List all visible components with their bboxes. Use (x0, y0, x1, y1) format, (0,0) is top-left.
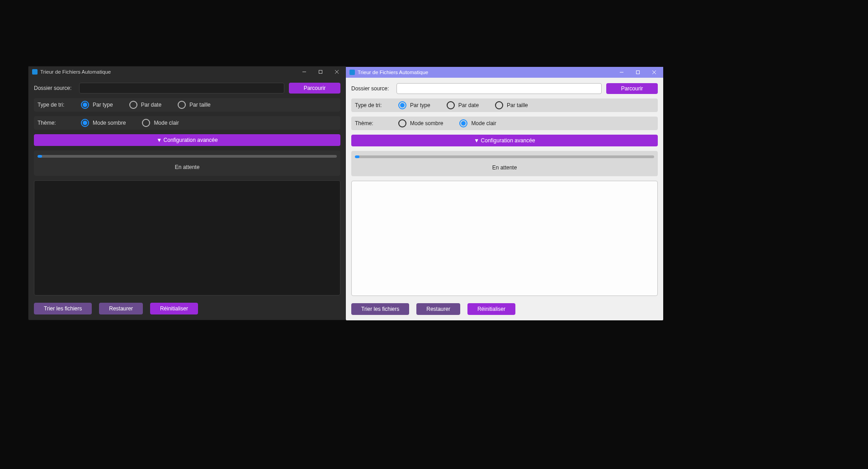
advanced-config-button[interactable]: ▼ Configuration avancée (34, 134, 340, 146)
restore-button[interactable]: Restaurer (416, 303, 460, 315)
sort-type-block: Type de tri: Par type Par date Par taill… (351, 98, 658, 112)
theme-label: Thème: (355, 120, 392, 127)
minimize-icon (619, 70, 624, 75)
radio-sort-date[interactable]: Par date (447, 101, 479, 109)
app-icon (349, 70, 355, 75)
source-label: Dossier source: (34, 85, 75, 91)
radio-icon (142, 119, 150, 127)
radio-sort-size[interactable]: Par taille (178, 101, 211, 109)
sort-label: Type de tri: (355, 102, 392, 108)
window-title: Trieur de Fichiers Automatique (40, 69, 111, 75)
sort-label: Type de tri: (38, 102, 75, 108)
titlebar[interactable]: Trieur de Fichiers Automatique (346, 67, 663, 78)
window-title: Trieur de Fichiers Automatique (358, 70, 428, 75)
radio-icon (398, 101, 406, 109)
advanced-config-button[interactable]: ▼ Configuration avancée (351, 135, 658, 146)
theme-block: Thème: Mode sombre Mode clair (34, 116, 340, 130)
radio-theme-light[interactable]: Mode clair (142, 119, 179, 127)
log-area[interactable] (351, 181, 658, 296)
progress-fill (355, 155, 359, 158)
svg-rect-5 (637, 71, 640, 74)
close-button[interactable] (329, 66, 345, 77)
progress-block: En attente (351, 151, 658, 176)
log-area[interactable] (34, 180, 340, 295)
progress-bar (38, 155, 337, 158)
sort-files-button[interactable]: Trier les fichiers (34, 303, 92, 314)
radio-icon (81, 119, 89, 127)
minimize-icon (302, 70, 307, 74)
maximize-button[interactable] (630, 67, 646, 78)
sort-radio-group: Par type Par date Par taille (75, 101, 211, 109)
radio-icon (398, 119, 406, 127)
theme-radio-group: Mode sombre Mode clair (392, 119, 496, 127)
radio-icon (495, 101, 503, 109)
progress-block: En attente (34, 150, 340, 176)
app-window-light: Trieur de Fichiers Automatique Dossier s… (346, 67, 663, 320)
progress-bar (355, 155, 654, 158)
close-button[interactable] (646, 67, 662, 78)
source-input[interactable] (396, 83, 602, 94)
close-icon (335, 70, 339, 74)
reset-button[interactable]: Réinitialiser (150, 303, 198, 314)
theme-block: Thème: Mode sombre Mode clair (351, 117, 658, 130)
browse-button[interactable]: Parcourir (606, 83, 658, 94)
reset-button[interactable]: Réinitialiser (467, 303, 515, 315)
maximize-icon (636, 70, 640, 75)
status-text: En attente (38, 164, 337, 170)
minimize-button[interactable] (296, 66, 312, 77)
restore-button[interactable]: Restaurer (99, 303, 143, 314)
titlebar[interactable]: Trieur de Fichiers Automatique (28, 66, 346, 77)
action-button-row: Trier les fichiers Restaurer Réinitialis… (351, 300, 658, 315)
radio-sort-type[interactable]: Par type (81, 101, 113, 109)
app-window-dark: Trieur de Fichiers Automatique Dossier s… (28, 66, 346, 320)
action-button-row: Trier les fichiers Restaurer Réinitialis… (34, 300, 340, 314)
sort-files-button[interactable]: Trier les fichiers (351, 303, 409, 315)
radio-icon (459, 119, 467, 127)
maximize-button[interactable] (312, 66, 329, 77)
radio-icon (178, 101, 186, 109)
progress-fill (38, 155, 42, 158)
radio-icon (447, 101, 455, 109)
sort-radio-group: Par type Par date Par taille (392, 101, 528, 109)
source-input[interactable] (79, 83, 284, 94)
close-icon (652, 70, 656, 75)
theme-label: Thème: (38, 120, 75, 126)
radio-icon (129, 101, 137, 109)
minimize-button[interactable] (613, 67, 630, 78)
maximize-icon (318, 70, 323, 74)
radio-sort-type[interactable]: Par type (398, 101, 430, 109)
radio-theme-light[interactable]: Mode clair (459, 119, 496, 127)
radio-sort-size[interactable]: Par taille (495, 101, 528, 109)
svg-rect-1 (319, 70, 322, 74)
app-icon (32, 69, 38, 75)
source-label: Dossier source: (351, 85, 392, 92)
radio-theme-dark[interactable]: Mode sombre (398, 119, 443, 127)
window-content: Dossier source: Parcourir Type de tri: P… (28, 77, 346, 320)
source-row: Dossier source: Parcourir (351, 83, 658, 94)
theme-radio-group: Mode sombre Mode clair (75, 119, 179, 127)
status-text: En attente (355, 164, 654, 171)
radio-sort-date[interactable]: Par date (129, 101, 161, 109)
sort-type-block: Type de tri: Par type Par date Par taill… (34, 98, 340, 112)
source-row: Dossier source: Parcourir (34, 83, 340, 94)
browse-button[interactable]: Parcourir (289, 83, 340, 94)
radio-theme-dark[interactable]: Mode sombre (81, 119, 126, 127)
radio-icon (81, 101, 89, 109)
window-content: Dossier source: Parcourir Type de tri: P… (346, 78, 663, 320)
